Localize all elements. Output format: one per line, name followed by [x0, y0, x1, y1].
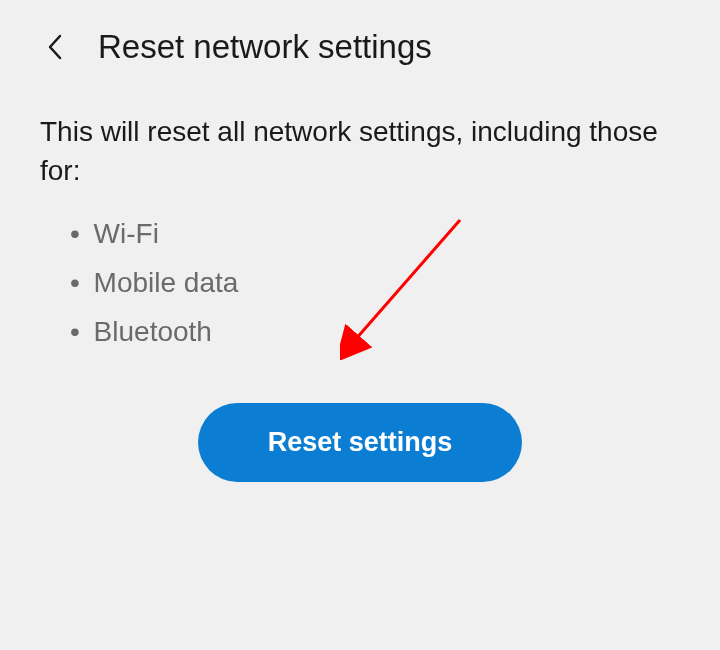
button-container: Reset settings — [40, 403, 680, 482]
bullet-list: Wi-Fi Mobile data Bluetooth — [40, 212, 680, 354]
list-item: Bluetooth — [70, 310, 680, 355]
back-icon — [46, 33, 64, 61]
page-title: Reset network settings — [98, 28, 432, 66]
content: This will reset all network settings, in… — [0, 94, 720, 500]
description-text: This will reset all network settings, in… — [40, 112, 680, 190]
reset-settings-button[interactable]: Reset settings — [198, 403, 523, 482]
header: Reset network settings — [0, 0, 720, 94]
back-button[interactable] — [40, 32, 70, 62]
list-item: Mobile data — [70, 261, 680, 306]
list-item: Wi-Fi — [70, 212, 680, 257]
